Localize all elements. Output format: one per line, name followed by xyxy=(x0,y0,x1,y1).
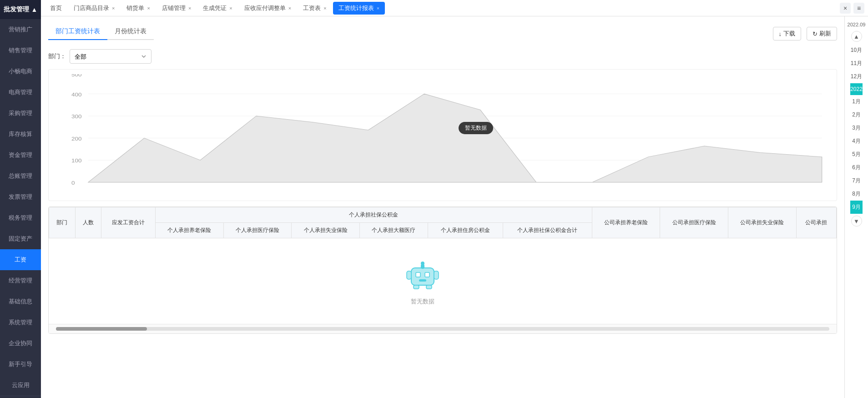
data-table: 部门 人数 应发工资合计 个人承担社保公积金 公司承担养老保险 公司承担医疗保险… xyxy=(49,207,837,324)
sidebar-item-operation[interactable]: 经营管理 xyxy=(0,270,41,291)
sidebar-item-cloud[interactable]: 云应用 xyxy=(0,375,41,396)
date-item-10月[interactable]: 10月 xyxy=(850,44,863,57)
sidebar-item-ecommerce-small[interactable]: 小畅电商 xyxy=(0,61,41,82)
date-item-11月[interactable]: 11月 xyxy=(850,57,863,70)
svg-text:400: 400 xyxy=(71,92,82,98)
col-personal-unemployment: 个人承担失业保险 xyxy=(292,223,360,238)
tab-home[interactable]: 首页 xyxy=(45,2,67,15)
date-item-7月[interactable]: 7月 xyxy=(850,174,863,187)
chart-svg: 0 100 200 300 400 500 xyxy=(71,74,828,187)
tab-close-store[interactable]: × xyxy=(188,5,191,11)
tab-label-catalog: 门店商品目录 xyxy=(74,4,109,12)
sidebar-item-enterprise[interactable]: 企业协同 xyxy=(0,333,41,354)
tab-production[interactable]: 生成凭证× xyxy=(197,2,237,15)
col-group-personal: 个人承担社保公积金 xyxy=(156,207,592,223)
tab-label-store: 店铺管理 xyxy=(162,4,186,12)
close-tab-action[interactable]: × xyxy=(840,3,851,14)
date-item-12月[interactable]: 12月 xyxy=(850,70,863,83)
tabs-bar: 首页门店商品目录×销货单×店铺管理×生成凭证×应收应付调整单×工资表×工资统计报… xyxy=(41,0,868,16)
download-icon: ↓ xyxy=(779,30,782,37)
date-item-3月[interactable]: 3月 xyxy=(850,121,863,135)
date-item-2月[interactable]: 2月 xyxy=(850,108,863,121)
sidebar-item-invoice[interactable]: 发票管理 xyxy=(0,186,41,207)
tab-label-payroll: 工资表 xyxy=(303,4,321,12)
date-item-1月[interactable]: 1月 xyxy=(850,95,863,108)
date-nav-down[interactable]: ▼ xyxy=(851,216,862,227)
tab-close-payroll-report[interactable]: × xyxy=(377,5,379,11)
sidebar-item-purchase[interactable]: 采购管理 xyxy=(0,103,41,124)
tab-close-receivable[interactable]: × xyxy=(288,5,291,11)
date-item-5月[interactable]: 5月 xyxy=(850,148,863,161)
table-scroll[interactable]: 部门 人数 应发工资合计 个人承担社保公积金 公司承担养老保险 公司承担医疗保险… xyxy=(49,207,837,324)
tab-catalog[interactable]: 门店商品目录× xyxy=(68,2,120,15)
tab-payroll-report[interactable]: 工资统计报表× xyxy=(333,2,385,15)
menu-tab-action[interactable]: ≡ xyxy=(853,3,864,14)
chart-container: 0 100 200 300 400 500 xyxy=(48,69,837,201)
tab-payroll[interactable]: 工资表× xyxy=(298,2,332,15)
page-body: 部门工资统计表月份统计表 ↓ 下载 ↻ 刷新 部门： xyxy=(41,16,844,398)
col-total-wage: 应发工资合计 xyxy=(101,207,156,238)
empty-state: 暂无数据 xyxy=(49,238,797,324)
svg-rect-19 xyxy=(434,271,439,279)
sidebar-item-marketing[interactable]: 营销推广 xyxy=(0,19,41,40)
svg-text:500: 500 xyxy=(71,74,82,78)
tab-label-sales-order: 销货单 xyxy=(126,4,144,12)
col-dept: 部门 xyxy=(49,207,76,238)
sidebar-item-sales[interactable]: 销售管理 xyxy=(0,40,41,61)
content-area: 部门工资统计表月份统计表 ↓ 下载 ↻ 刷新 部门： xyxy=(41,16,868,398)
settings-button[interactable]: ⚙ xyxy=(0,396,41,398)
col-personal-total: 个人承担社保公积金合计 xyxy=(503,223,592,238)
sidebar-item-finance[interactable]: 资金管理 xyxy=(0,145,41,166)
refresh-label: 刷新 xyxy=(819,30,831,38)
col-personal-major-medical: 个人承担大额医疗 xyxy=(360,223,428,238)
table-section: 部门 人数 应发工资合计 个人承担社保公积金 公司承担养老保险 公司承担医疗保险… xyxy=(48,207,837,334)
sidebar-item-assets[interactable]: 固定资产 xyxy=(0,228,41,249)
sidebar-item-guide[interactable]: 新手引导 xyxy=(0,354,41,375)
refresh-button[interactable]: ↻ 刷新 xyxy=(807,27,837,40)
date-item-8月[interactable]: 8月 xyxy=(850,187,863,201)
svg-text:200: 200 xyxy=(71,136,82,142)
sub-tab-dept[interactable]: 部门工资统计表 xyxy=(48,24,107,40)
svg-text:300: 300 xyxy=(71,114,82,120)
toolbar-left: 部门： 全部 xyxy=(48,49,151,64)
svg-point-17 xyxy=(421,262,424,265)
main-area: 首页门店商品目录×销货单×店铺管理×生成凭证×应收应付调整单×工资表×工资统计报… xyxy=(41,0,868,398)
tab-receivable[interactable]: 应收应付调整单× xyxy=(239,2,297,15)
col-personal-housing: 个人承担住房公积金 xyxy=(428,223,503,238)
sidebar-item-inventory[interactable]: 库存核算 xyxy=(0,124,41,145)
tab-sales-order[interactable]: 销货单× xyxy=(121,2,155,15)
sidebar-item-ecommerce[interactable]: 电商管理 xyxy=(0,82,41,103)
date-nav-up[interactable]: ▲ xyxy=(851,31,862,42)
dept-label: 部门： xyxy=(48,52,66,60)
tab-close-payroll[interactable]: × xyxy=(323,5,326,11)
svg-rect-14 xyxy=(425,272,429,277)
table-scrollbar-track[interactable] xyxy=(56,327,829,331)
svg-rect-13 xyxy=(416,272,420,277)
sidebar-item-system[interactable]: 系统管理 xyxy=(0,312,41,333)
tab-close-sales-order[interactable]: × xyxy=(147,5,150,11)
date-item-4月[interactable]: 4月 xyxy=(850,135,863,148)
sub-tab-month[interactable]: 月份统计表 xyxy=(107,24,154,40)
date-item-6月[interactable]: 6月 xyxy=(850,161,863,174)
empty-icon xyxy=(404,257,441,293)
svg-text:0: 0 xyxy=(71,180,75,186)
col-personal-medical: 个人承担医疗保险 xyxy=(223,223,292,238)
empty-text: 暂无数据 xyxy=(411,297,434,306)
tab-label-payroll-report: 工资统计报表 xyxy=(338,4,374,12)
sidebar: 批发管理 ▲ 营销推广销售管理小畅电商电商管理采购管理库存核算资金管理总账管理发… xyxy=(0,0,41,398)
tab-label-receivable: 应收应付调整单 xyxy=(244,4,286,12)
dept-select[interactable]: 全部 xyxy=(70,49,151,64)
tab-store[interactable]: 店铺管理× xyxy=(156,2,197,15)
table-scrollbar-thumb[interactable] xyxy=(56,327,147,331)
tab-close-production[interactable]: × xyxy=(229,5,232,11)
sidebar-item-ledger[interactable]: 总账管理 xyxy=(0,166,41,186)
date-item-2022[interactable]: 2022 xyxy=(850,83,863,95)
tab-close-catalog[interactable]: × xyxy=(112,5,115,11)
sidebar-item-basic[interactable]: 基础信息 xyxy=(0,291,41,312)
col-count: 人数 xyxy=(75,207,101,238)
download-button[interactable]: ↓ 下载 xyxy=(773,27,802,40)
date-item-9月[interactable]: 9月 xyxy=(850,201,863,214)
sidebar-item-tax[interactable]: 税务管理 xyxy=(0,207,41,228)
sidebar-item-salary[interactable]: 工资 xyxy=(0,249,41,270)
sidebar-toggle-icon[interactable]: ▲ xyxy=(31,6,38,13)
